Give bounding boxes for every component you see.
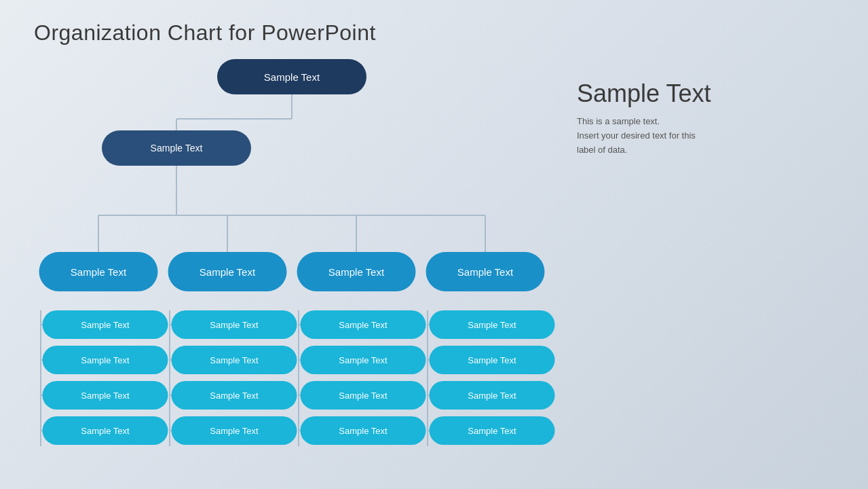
page-title: Organization Chart for PowerPoint [34,20,834,46]
col1-sub1: Sample Text [43,310,168,339]
col1-header: Sample Text [39,252,158,291]
col2-sub4-pill: Sample Text [172,416,297,445]
chart-container: Sample Text Sample Text Sample Text [34,59,550,453]
col2-sub3-pill: Sample Text [172,381,297,410]
col3-header: Sample Text [297,252,416,291]
desc-body: This is a sample text. Insert your desir… [577,115,834,157]
top-section: Sample Text Sample Text Sample Text [34,59,834,453]
col1-sub2: Sample Text [43,346,168,374]
col4-header: Sample Text [426,252,545,291]
col2-sub2: Sample Text [172,346,297,374]
col4-sub4: Sample Text [430,416,555,445]
level1-node: Sample Text [102,130,251,166]
col4-sub3-pill: Sample Text [430,381,555,410]
col2-sub1-pill: Sample Text [172,310,297,339]
col4-header-pill: Sample Text [426,252,545,291]
col3-header-pill: Sample Text [297,252,416,291]
col2-header-pill: Sample Text [168,252,287,291]
col4-sub2: Sample Text [430,346,555,374]
col3-sub4: Sample Text [301,416,426,445]
col4-sub2-pill: Sample Text [430,346,555,374]
col1-sub2-pill: Sample Text [43,346,168,374]
col1-sub3: Sample Text [43,381,168,410]
root-pill: Sample Text [217,59,366,94]
col1-sub3-pill: Sample Text [43,381,168,410]
desc-heading: Sample Text [577,79,834,108]
col3-sub3-pill: Sample Text [301,381,426,410]
col3-sub2: Sample Text [301,346,426,374]
left-tree: Sample Text Sample Text Sample Text [34,59,550,453]
col1-sub4-pill: Sample Text [43,416,168,445]
col4-sub4-pill: Sample Text [430,416,555,445]
slide: Organization Chart for PowerPoint [0,0,868,489]
col3-sub3: Sample Text [301,381,426,410]
col2-sub2-pill: Sample Text [172,346,297,374]
col2-header: Sample Text [168,252,287,291]
col3-sub1-pill: Sample Text [301,310,426,339]
col4-sub3: Sample Text [430,381,555,410]
col4-sub1-pill: Sample Text [430,310,555,339]
col1-sub1-pill: Sample Text [43,310,168,339]
root-node: Sample Text [217,59,366,94]
col2-sub3: Sample Text [172,381,297,410]
col3-sub1: Sample Text [301,310,426,339]
col4-sub1: Sample Text [430,310,555,339]
col2-sub4: Sample Text [172,416,297,445]
col3-sub2-pill: Sample Text [301,346,426,374]
col1-sub4: Sample Text [43,416,168,445]
col1-header-pill: Sample Text [39,252,158,291]
right-description: Sample Text This is a sample text. Inser… [550,59,834,157]
level1-pill: Sample Text [102,130,251,166]
col3-sub4-pill: Sample Text [301,416,426,445]
col2-sub1: Sample Text [172,310,297,339]
